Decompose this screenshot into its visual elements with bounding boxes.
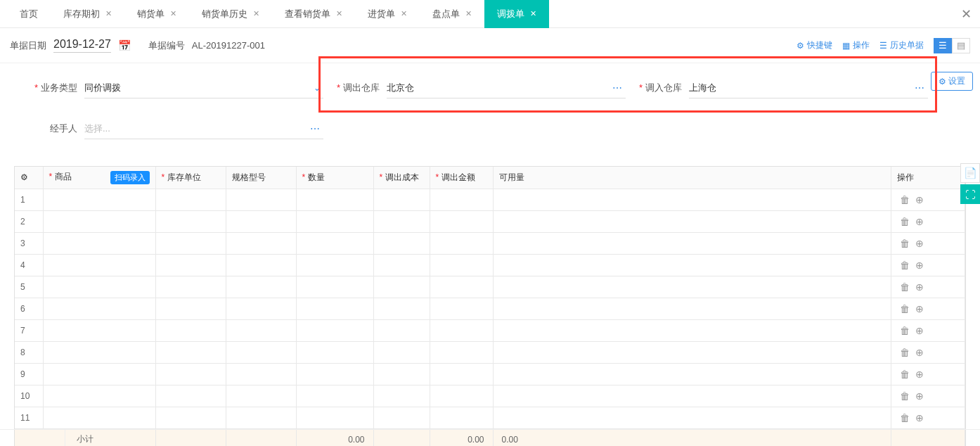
row-ops: 🗑⊕ <box>891 189 965 210</box>
add-icon[interactable]: ⊕ <box>915 325 924 336</box>
row-ops: 🗑⊕ <box>891 232 965 254</box>
col-product: *商品扫码录入 <box>43 167 155 189</box>
view-grid-button[interactable]: ▤ <box>952 38 970 53</box>
tab-sales-order[interactable]: 销货单✕ <box>124 0 189 28</box>
view-list-button[interactable]: ☰ <box>934 38 952 53</box>
calendar-icon[interactable]: 📅 <box>118 39 131 52</box>
header-bar: 单据日期 2019-12-27 📅 单据编号 AL-20191227-001 ⚙… <box>0 28 980 63</box>
add-icon[interactable]: ⊕ <box>915 194 924 205</box>
col-cost: *调出成本 <box>373 167 430 189</box>
add-icon[interactable]: ⊕ <box>915 216 924 227</box>
close-icon[interactable]: ✕ <box>170 9 176 18</box>
delete-icon[interactable]: 🗑 <box>900 216 910 227</box>
date-value[interactable]: 2019-12-27 <box>53 38 111 53</box>
notes-button[interactable]: 📄 <box>960 163 980 183</box>
table-row[interactable]: 3🗑⊕ <box>15 232 965 254</box>
add-icon[interactable]: ⊕ <box>915 369 924 380</box>
delete-icon[interactable]: 🗑 <box>900 260 910 271</box>
delete-icon[interactable]: 🗑 <box>900 325 910 336</box>
row-number: 6 <box>15 298 43 319</box>
field-out-warehouse: *调出仓库 北京仓 ⋯ <box>323 77 626 98</box>
tab-stocktake[interactable]: 盘点单✕ <box>420 0 484 28</box>
more-icon[interactable]: ⋯ <box>612 82 623 94</box>
add-icon[interactable]: ⊕ <box>915 238 924 249</box>
add-icon[interactable]: ⊕ <box>915 412 924 423</box>
tab-purchase[interactable]: 进货单✕ <box>355 0 420 28</box>
gear-icon: ⚙ <box>939 77 946 87</box>
row-ops: 🗑⊕ <box>891 341 965 363</box>
table-row[interactable]: 4🗑⊕ <box>15 254 965 276</box>
row-number: 5 <box>15 276 43 298</box>
add-icon[interactable]: ⊕ <box>915 260 924 271</box>
add-icon[interactable]: ⊕ <box>915 303 924 314</box>
delete-icon[interactable]: 🗑 <box>900 281 910 293</box>
more-icon[interactable]: ⋯ <box>915 82 925 94</box>
table-row[interactable]: 5🗑⊕ <box>15 276 965 298</box>
delete-icon[interactable]: 🗑 <box>900 347 910 358</box>
items-table: ⚙ *商品扫码录入 *库存单位 规格型号 *数量 *调出成本 *调出金额 可用量… <box>14 166 966 446</box>
col-qty: *数量 <box>296 167 373 189</box>
header-left: 单据日期 2019-12-27 📅 单据编号 AL-20191227-001 <box>10 38 265 53</box>
delete-icon[interactable]: 🗑 <box>900 369 910 380</box>
gear-icon: ⚙ <box>797 41 804 51</box>
tab-transfer[interactable]: 调拨单✕ <box>484 0 549 28</box>
delete-icon[interactable]: 🗑 <box>900 238 910 249</box>
operate-link[interactable]: ▦操作 <box>842 39 870 51</box>
table-row[interactable]: 7🗑⊕ <box>15 319 965 341</box>
close-icon[interactable]: ✕ <box>465 9 472 18</box>
delete-icon[interactable]: 🗑 <box>900 303 910 314</box>
delete-icon[interactable]: 🗑 <box>900 412 910 423</box>
table-row[interactable]: 11🗑⊕ <box>15 407 965 428</box>
row-number: 10 <box>15 385 43 407</box>
shortcut-link[interactable]: ⚙快捷键 <box>797 39 832 51</box>
tabs-bar: 首页 库存期初✕ 销货单✕ 销货单历史✕ 查看销货单✕ 进货单✕ 盘点单✕ 调拨… <box>0 0 980 28</box>
history-link[interactable]: ☰历史单据 <box>879 39 924 51</box>
scan-badge[interactable]: 扫码录入 <box>110 171 150 184</box>
row-ops: 🗑⊕ <box>891 385 965 407</box>
tab-sales-history[interactable]: 销货单历史✕ <box>189 0 272 28</box>
row-number: 4 <box>15 254 43 276</box>
table-row[interactable]: 9🗑⊕ <box>15 363 965 385</box>
add-icon[interactable]: ⊕ <box>915 347 924 358</box>
table-row[interactable]: 2🗑⊕ <box>15 210 965 232</box>
close-all-icon[interactable]: ✕ <box>961 6 972 22</box>
fullscreen-button[interactable]: ⛶ <box>960 184 980 204</box>
row-number: 2 <box>15 210 43 232</box>
side-buttons: 📄 ⛶ <box>960 163 980 204</box>
row-number: 8 <box>15 341 43 363</box>
row-ops: 🗑⊕ <box>891 210 965 232</box>
delete-icon[interactable]: 🗑 <box>900 194 910 205</box>
footer-bar <box>0 429 980 446</box>
tab-view-sales[interactable]: 查看销货单✕ <box>272 0 355 28</box>
gear-column[interactable]: ⚙ <box>15 167 43 189</box>
row-number: 11 <box>15 407 43 428</box>
close-icon[interactable]: ✕ <box>105 9 112 18</box>
row-number: 1 <box>15 189 43 210</box>
close-icon[interactable]: ✕ <box>336 9 342 18</box>
row-number: 7 <box>15 319 43 341</box>
add-icon[interactable]: ⊕ <box>915 281 924 293</box>
row-ops: 🗑⊕ <box>891 319 965 341</box>
out-warehouse-select[interactable]: 北京仓 ⋯ <box>387 77 626 98</box>
col-spec: 规格型号 <box>226 167 296 189</box>
add-icon[interactable]: ⊕ <box>915 390 924 402</box>
more-icon[interactable]: ⋯ <box>310 123 321 134</box>
close-icon[interactable]: ✕ <box>530 9 536 18</box>
tab-inventory-init[interactable]: 库存期初✕ <box>51 0 124 28</box>
in-warehouse-select[interactable]: 上海仓 ⋯ <box>689 77 928 98</box>
table-row[interactable]: 1🗑⊕ <box>15 189 965 210</box>
doc-no-label: 单据编号 <box>148 39 185 52</box>
delete-icon[interactable]: 🗑 <box>900 390 910 402</box>
biz-type-select[interactable]: 同价调拨 ⌄ <box>84 77 323 98</box>
handler-select[interactable]: 选择... ⋯ <box>84 118 323 139</box>
row-ops: 🗑⊕ <box>891 363 965 385</box>
settings-button[interactable]: ⚙设置 <box>931 72 973 91</box>
tab-home[interactable]: 首页 <box>7 0 51 28</box>
field-handler: 经手人 选择... ⋯ <box>21 118 323 139</box>
table-row[interactable]: 6🗑⊕ <box>15 298 965 319</box>
table-row[interactable]: 10🗑⊕ <box>15 385 965 407</box>
close-icon[interactable]: ✕ <box>401 9 407 18</box>
form-area: ⚙设置 *业务类型 同价调拨 ⌄ *调出仓库 北京仓 ⋯ *调入仓库 上海仓 ⋯… <box>0 63 980 166</box>
close-icon[interactable]: ✕ <box>253 9 259 18</box>
table-row[interactable]: 8🗑⊕ <box>15 341 965 363</box>
